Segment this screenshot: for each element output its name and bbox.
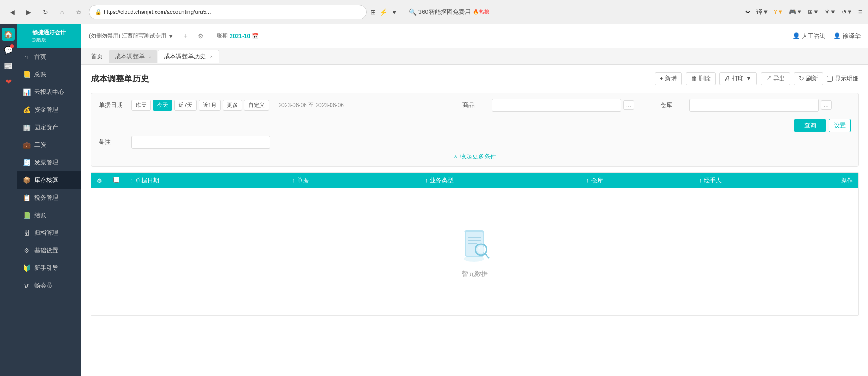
query-buttons: 查询 设置: [794, 119, 851, 132]
export-button[interactable]: ↗ 导出: [761, 72, 791, 85]
tab-manager-icon[interactable]: ⊞: [370, 8, 376, 16]
logo-text: 畅捷通好会计: [32, 29, 66, 37]
sidebar-item-member[interactable]: V 畅会员: [17, 277, 81, 295]
date-filter-label: 单据日期: [99, 101, 124, 109]
tax-icon: 📋: [22, 194, 31, 201]
sidebar-item-invoice[interactable]: 🧾 发票管理: [17, 154, 81, 171]
icon-bar-app[interactable]: 🏠: [2, 28, 15, 41]
th-warehouse[interactable]: ↕ 仓库: [581, 173, 693, 188]
th-checkbox[interactable]: [108, 173, 125, 188]
service-btn[interactable]: 👤 人工咨询: [793, 32, 826, 40]
reports-icon: 📊: [22, 88, 31, 96]
sidebar-item-funds[interactable]: 💰 资金管理: [17, 101, 81, 119]
col-date-label: ↕ 单据日期: [131, 177, 159, 184]
sun-btn[interactable]: ☀▼: [824, 8, 836, 15]
settings-cog-icon[interactable]: ⚙: [198, 32, 204, 40]
sidebar-item-ledger[interactable]: 📒 总账: [17, 66, 81, 83]
address-bar[interactable]: 🔒 https://cloud.chanjet.com/accounting/u…: [89, 5, 367, 19]
salary-icon: 💼: [22, 141, 31, 149]
favorite-button[interactable]: ☆: [72, 6, 85, 19]
note-input[interactable]: [131, 136, 270, 149]
company-selector[interactable]: (勿删勿禁用) 江西服宝测试专用 ▼: [89, 32, 174, 40]
delete-button[interactable]: 🗑 删除: [686, 72, 716, 85]
col-operator-label: ↕ 经手人: [699, 177, 722, 184]
tab-cost-adjust-history[interactable]: 成本调整单历史 ×: [158, 50, 219, 63]
tab-home[interactable]: 首页: [85, 50, 108, 63]
sidebar-item-inventory[interactable]: 📦 库存核算: [17, 171, 81, 189]
home-button[interactable]: ⌂: [56, 6, 69, 19]
th-no[interactable]: ↕ 单据...: [287, 173, 419, 188]
tab-cost-adjust[interactable]: 成本调整单 ×: [109, 50, 157, 63]
undo-btn[interactable]: ↺▼: [842, 8, 853, 15]
forward-button[interactable]: ▶: [22, 6, 35, 19]
new-button[interactable]: + 新增: [655, 72, 682, 85]
th-settings[interactable]: ⚙: [91, 173, 108, 188]
filter-settings-button[interactable]: 设置: [829, 119, 851, 132]
tab-cost-adjust-close[interactable]: ×: [149, 54, 151, 59]
warehouse-input[interactable]: [689, 99, 819, 112]
more-btn[interactable]: 更多: [223, 100, 242, 111]
funds-icon: 💰: [22, 106, 31, 113]
translate-btn[interactable]: 译▼: [756, 8, 768, 16]
sidebar-item-archive[interactable]: 🗄 归档管理: [17, 224, 81, 242]
refresh-button-page[interactable]: ↻ 刷新: [794, 72, 823, 85]
refresh-button[interactable]: ↻: [39, 6, 52, 19]
icon-bar-chat[interactable]: 💬: [2, 44, 15, 56]
warehouse-label: 仓库: [660, 101, 686, 109]
sidebar-item-close[interactable]: 📗 结账: [17, 207, 81, 224]
grid-btn[interactable]: ⊞▼: [808, 8, 819, 15]
select-all-checkbox[interactable]: [113, 177, 119, 183]
ledger-icon: 📒: [22, 71, 31, 78]
goods-select: ...: [492, 99, 634, 112]
th-operator[interactable]: ↕ 经手人: [693, 173, 831, 188]
back-button[interactable]: ◀: [6, 6, 19, 19]
show-bright-checkbox[interactable]: [827, 76, 833, 82]
sidebar-item-salary[interactable]: 💼 工资: [17, 136, 81, 154]
th-biz-type[interactable]: ↕ 业务类型: [419, 173, 581, 188]
sidebar-item-fixed-assets[interactable]: 🏢 固定资产: [17, 119, 81, 136]
sidebar-item-guide[interactable]: 🔰 新手引导: [17, 259, 81, 277]
game-btn[interactable]: 🎮▼: [789, 8, 802, 15]
th-date[interactable]: ↕ 单据日期: [125, 173, 287, 188]
sidebar-item-settings[interactable]: ⚙ 基础设置: [17, 242, 81, 259]
sidebar-label-funds: 资金管理: [34, 106, 58, 114]
table-area: ⚙ ↕ 单据日期 ↕ 单据...: [91, 172, 859, 316]
yesterday-btn[interactable]: 昨天: [131, 100, 151, 111]
goods-input[interactable]: [492, 99, 621, 112]
svg-point-0: [464, 256, 484, 262]
collapse-filter-btn[interactable]: ∧ 收起更多条件: [453, 152, 496, 161]
print-button[interactable]: 🖨 打印 ▼: [719, 72, 757, 85]
th-actions: 操作: [831, 173, 858, 188]
icon-bar-extra1[interactable]: 📰: [2, 59, 15, 72]
query-button[interactable]: 查询: [794, 119, 826, 132]
browser-bar: ◀ ▶ ↻ ⌂ ☆ 🔒 https://cloud.chanjet.com/ac…: [0, 0, 868, 24]
icon-bar-extra2[interactable]: ❤: [2, 75, 15, 88]
data-table: ⚙ ↕ 单据日期 ↕ 单据...: [91, 173, 858, 188]
1month-btn[interactable]: 近1月: [199, 100, 221, 111]
menu-btn[interactable]: ≡: [858, 8, 862, 16]
dropdown-arrow[interactable]: ▼: [391, 8, 398, 16]
archive-icon: 🗄: [22, 229, 31, 237]
show-bright-label[interactable]: 显示明细: [827, 75, 859, 83]
7days-btn[interactable]: 近7天: [174, 100, 197, 111]
calendar-icon[interactable]: 📅: [252, 33, 259, 39]
lightning-icon[interactable]: ⚡: [380, 8, 387, 16]
user-btn[interactable]: 👤 徐泽华: [833, 32, 861, 40]
sidebar-item-tax[interactable]: 📋 税务管理: [17, 189, 81, 207]
tab-cost-adjust-history-close[interactable]: ×: [210, 54, 212, 59]
warehouse-dots-btn[interactable]: ...: [821, 100, 832, 110]
wallet-btn[interactable]: ¥▼: [774, 8, 783, 15]
today-btn[interactable]: 今天: [153, 100, 172, 111]
sidebar: 畅捷通好会计 旗舰版 ⌂ 首页 📒 总账 📊 云报表中心 💰 资金管理 �: [17, 24, 81, 376]
add-company-btn[interactable]: +: [179, 30, 192, 43]
sidebar-item-home[interactable]: ⌂ 首页: [17, 48, 81, 66]
date-quick-buttons: 昨天 今天 近7天 近1月 更多 自定义: [131, 100, 269, 111]
invoice-icon: 🧾: [22, 159, 31, 166]
scissors-icon[interactable]: ✂: [745, 8, 751, 16]
show-bright-text: 显示明细: [835, 75, 859, 83]
sidebar-item-reports[interactable]: 📊 云报表中心: [17, 83, 81, 101]
sidebar-label-close: 结账: [34, 211, 46, 219]
close-period-icon: 📗: [22, 212, 31, 219]
goods-dots-btn[interactable]: ...: [623, 100, 634, 110]
custom-btn[interactable]: 自定义: [244, 100, 269, 111]
